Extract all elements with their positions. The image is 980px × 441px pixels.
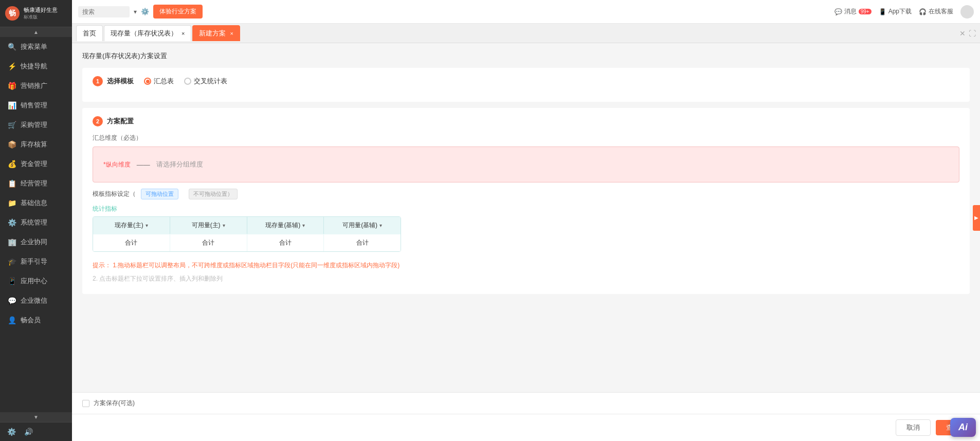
section1-header: 1 选择模板 汇总表 交叉统计表 [93, 76, 959, 86]
search-input[interactable] [78, 6, 130, 17]
col3-label: 现存量(基辅) [265, 221, 300, 230]
sidebar-item-wechat[interactable]: 💬 企业微信 [0, 291, 72, 310]
sidebar-item-label: 新手引导 [21, 257, 47, 266]
sidebar-item-label: 企业协同 [21, 237, 47, 247]
messages-item[interactable]: 💬 消息 99+ [834, 7, 872, 16]
radio-cross[interactable]: 交叉统计表 [184, 77, 227, 86]
sales-icon: 📊 [7, 101, 16, 110]
new-guide-icon: 🎓 [7, 257, 16, 266]
sidebar: 畅 畅康通好生意 标准版 ▲ 🔍 搜索菜单 ⚡ 快捷导航 🎁 营销推广 📊 销售… [0, 0, 72, 441]
search-menu-icon: 🔍 [7, 42, 16, 51]
industry-plan-button[interactable]: 体验行业方案 [153, 5, 203, 19]
ai-badge[interactable]: Ai [950, 418, 976, 437]
section-config: 2 方案配置 汇总维度（必选） *纵向维度 —— 请选择分组维度 模板指标设定（… [82, 108, 970, 294]
cancel-button[interactable]: 取消 [896, 419, 931, 436]
stats-section-label: 统计指标 [93, 205, 959, 213]
sidebar-item-label: 搜索菜单 [21, 42, 47, 51]
tip1: 提示： 1.拖动标题栏可以调整布局，不可跨维度或指标区域拖动栏目字段(只能在同一… [93, 259, 959, 271]
table-header-row: 现存量(主) ▾ 可用量(主) ▾ 现存量(基辅) ▾ 可用量(基辅) ▾ [93, 217, 401, 234]
sidebar-item-enterprise[interactable]: 🏢 企业协同 [0, 232, 72, 252]
download-icon: 📱 [879, 8, 886, 15]
col2-chevron: ▾ [223, 223, 225, 228]
save-checkbox[interactable] [82, 400, 89, 407]
close-panel-icon[interactable]: ✕ [959, 29, 966, 38]
col4-chevron: ▾ [379, 223, 382, 228]
online-service-item[interactable]: 🎧 在线客服 [919, 7, 953, 16]
dim-placeholder: 请选择分组维度 [156, 160, 203, 169]
sidebar-item-label: 快捷导航 [21, 62, 47, 71]
quick-nav-icon: ⚡ [7, 62, 16, 71]
app-download-item[interactable]: 📱 App下载 [879, 7, 912, 16]
tips-section: 提示： 1.拖动标题栏可以调整布局，不可跨维度或指标区域拖动栏目字段(只能在同一… [93, 259, 959, 285]
sidebar-item-quick-nav[interactable]: ⚡ 快捷导航 [0, 57, 72, 76]
step1-label: 选择模板 [107, 77, 134, 86]
sidebar-item-label: 经营管理 [21, 179, 47, 188]
sidebar-item-app-center[interactable]: 📱 应用中心 [0, 271, 72, 291]
table-header-col2[interactable]: 可用量(主) ▾ [170, 217, 247, 234]
sidebar-item-purchase[interactable]: 🛒 采购管理 [0, 115, 72, 135]
sidebar-item-member[interactable]: 👤 畅会员 [0, 310, 72, 330]
sidebar-item-label: 基础信息 [21, 198, 47, 208]
scroll-down-btn[interactable]: ▼ [0, 412, 72, 422]
sidebar-item-system[interactable]: ⚙️ 系统管理 [0, 213, 72, 232]
table-data-row: 合计 合计 合计 合计 [93, 234, 401, 251]
tab-new-plan[interactable]: 新建方案 × [192, 25, 240, 41]
dimension-box[interactable]: *纵向维度 —— 请选择分组维度 [93, 146, 959, 182]
sidebar-nav: 🔍 搜索菜单 ⚡ 快捷导航 🎁 营销推广 📊 销售管理 🛒 采购管理 📦 库存核… [0, 37, 72, 412]
table-header-col3[interactable]: 现存量(基辅) ▾ [247, 217, 324, 234]
sidebar-item-inventory[interactable]: 📦 库存核算 [0, 135, 72, 154]
tab-inventory-close[interactable]: × [182, 30, 185, 36]
sidebar-item-sales[interactable]: 📊 销售管理 [0, 96, 72, 115]
data-cell-4: 合计 [324, 234, 401, 251]
inventory-icon: 📦 [7, 140, 16, 149]
sidebar-item-business[interactable]: 📋 经营管理 [0, 174, 72, 193]
radio-summary[interactable]: 汇总表 [144, 77, 174, 86]
sidebar-item-label: 采购管理 [21, 120, 47, 130]
table-header-col1[interactable]: 现存量(主) ▾ [93, 217, 170, 234]
expand-panel-icon[interactable]: ⛶ [969, 29, 976, 38]
radio-cross-label: 交叉统计表 [194, 77, 227, 86]
sound-footer-icon[interactable]: 🔊 [24, 428, 33, 436]
indicator-table: 现存量(主) ▾ 可用量(主) ▾ 现存量(基辅) ▾ 可用量(基辅) ▾ [93, 216, 401, 252]
indicator-settings-label: 模板指标设定（ [93, 190, 136, 198]
app-download-label: App下载 [888, 7, 912, 16]
tab-inventory[interactable]: 现存量（库存状况表） × [104, 25, 191, 41]
dropdown-icon[interactable]: ▾ [134, 8, 137, 15]
tab-inventory-label: 现存量（库存状况表） [111, 29, 177, 38]
tab-home-label: 首页 [83, 29, 96, 38]
member-icon: 👤 [7, 316, 16, 325]
right-panel-toggle[interactable]: ▶ [973, 205, 980, 231]
settings-icon[interactable]: ⚙️ [141, 8, 149, 15]
sidebar-item-label: 资金管理 [21, 159, 47, 169]
save-section: 方案保存(可选) [72, 392, 980, 414]
system-icon: ⚙️ [7, 218, 16, 227]
template-radio-group: 汇总表 交叉统计表 [144, 77, 227, 86]
finance-icon: 💰 [7, 159, 16, 169]
radio-cross-circle [184, 78, 191, 85]
sidebar-item-label: 应用中心 [21, 277, 47, 286]
sidebar-item-label: 营销推广 [21, 81, 47, 90]
tab-new-plan-close[interactable]: × [230, 30, 233, 36]
sidebar-item-finance[interactable]: 💰 资金管理 [0, 154, 72, 174]
sidebar-item-marketing[interactable]: 🎁 营销推广 [0, 76, 72, 96]
scroll-up-btn[interactable]: ▲ [0, 27, 72, 37]
settings-footer-icon[interactable]: ⚙️ [7, 428, 16, 436]
col4-label: 可用量(基辅) [342, 221, 377, 230]
sidebar-item-label: 销售管理 [21, 101, 47, 110]
col2-label: 可用量(主) [192, 221, 221, 230]
main-area: ▾ ⚙️ 体验行业方案 💬 消息 99+ 📱 App下载 🎧 在线客服 首页 [72, 0, 980, 441]
table-header-col4[interactable]: 可用量(基辅) ▾ [324, 217, 401, 234]
sidebar-item-base-info[interactable]: 📁 基础信息 [0, 193, 72, 213]
indicator-settings-row: 模板指标设定（ 可拖动位置 不可拖动位置） [93, 189, 959, 199]
headset-icon: 🎧 [919, 8, 927, 15]
sidebar-item-label: 库存核算 [21, 140, 47, 149]
dimension-section-label: 汇总维度（必选） [93, 134, 959, 142]
sidebar-item-new-guide[interactable]: 🎓 新手引导 [0, 252, 72, 271]
avatar[interactable] [960, 5, 974, 19]
tab-home[interactable]: 首页 [76, 25, 103, 41]
sidebar-item-search[interactable]: 🔍 搜索菜单 [0, 37, 72, 57]
topbar: ▾ ⚙️ 体验行业方案 💬 消息 99+ 📱 App下载 🎧 在线客服 [72, 0, 980, 24]
marketing-icon: 🎁 [7, 81, 16, 90]
dim-dash: —— [137, 161, 150, 169]
save-checkbox-label: 方案保存(可选) [94, 399, 135, 408]
